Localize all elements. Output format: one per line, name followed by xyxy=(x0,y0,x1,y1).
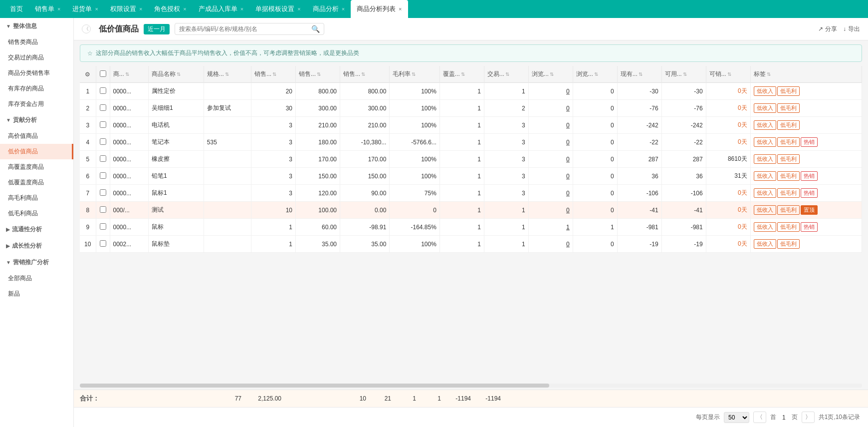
col-available[interactable]: 可用...⇅ xyxy=(661,66,706,83)
close-tab-1[interactable]: × xyxy=(95,6,98,12)
time-filter-btn[interactable]: 近一月 xyxy=(144,24,170,34)
first-page-btn[interactable]: 〈 xyxy=(753,412,766,423)
view1-link[interactable]: 0 xyxy=(566,241,570,248)
cell-checkbox[interactable] xyxy=(96,134,110,151)
nav-home[interactable]: 首页 xyxy=(4,4,29,13)
cell-view1[interactable]: 0 xyxy=(528,83,573,100)
close-tab-6[interactable]: × xyxy=(342,6,345,12)
close-tab-5[interactable]: × xyxy=(297,6,300,12)
view1-link[interactable]: 0 xyxy=(566,88,570,95)
sidebar-item-category-rate[interactable]: 商品分类销售率 xyxy=(0,65,73,81)
share-button[interactable]: ↗ 分享 xyxy=(818,25,837,33)
cell-view1[interactable]: 0 xyxy=(528,236,573,253)
sidebar-item-high-coverage[interactable]: 高覆盖度商品 xyxy=(0,159,73,175)
sidebar-item-all-goods[interactable]: 全部商品 xyxy=(0,271,73,286)
row-checkbox[interactable] xyxy=(100,240,106,247)
col-view1[interactable]: 浏览...⇅ xyxy=(528,66,573,83)
cell-view1[interactable]: 0 xyxy=(528,151,573,168)
sidebar-group-contribution[interactable]: ▼ 贡献分析 xyxy=(0,112,73,128)
nav-tab-5[interactable]: 单据模板设置 × xyxy=(249,0,306,18)
nav-tab-1[interactable]: 进货单 × xyxy=(66,0,104,18)
cell-checkbox[interactable] xyxy=(96,151,110,168)
close-tab-0[interactable]: × xyxy=(57,6,60,12)
row-checkbox[interactable] xyxy=(100,223,106,230)
cell-view1[interactable]: 1 xyxy=(528,219,573,236)
collapse-icon[interactable]: 《 xyxy=(82,24,91,33)
cell-checkbox[interactable] xyxy=(96,236,110,253)
sidebar-item-new-goods[interactable]: 新品 xyxy=(0,286,73,302)
col-coverage[interactable]: 覆盖...⇅ xyxy=(439,66,484,83)
sidebar-item-in-stock[interactable]: 有库存的商品 xyxy=(0,81,73,96)
close-tab-7[interactable]: × xyxy=(399,6,402,12)
nav-tab-7[interactable]: 商品分析列表 × xyxy=(351,0,408,18)
row-checkbox[interactable] xyxy=(100,172,106,179)
col-saleable[interactable]: 可销...⇅ xyxy=(706,66,750,83)
close-tab-3[interactable]: × xyxy=(183,6,186,12)
cell-view1[interactable]: 0 xyxy=(528,134,573,151)
search-input[interactable] xyxy=(179,25,311,32)
col-checkbox[interactable] xyxy=(96,66,110,83)
col-sale-cost[interactable]: 销售...⇅ xyxy=(340,66,389,83)
row-checkbox[interactable] xyxy=(100,121,106,128)
cell-checkbox[interactable] xyxy=(96,168,110,185)
nav-tab-3[interactable]: 角色授权 × xyxy=(148,0,192,18)
table-wrapper[interactable]: ⚙ 商...⇅ 商品名称⇅ 规格...⇅ 销售...⇅ 销售...⇅ 销售...… xyxy=(74,66,868,384)
sidebar-item-low-margin[interactable]: 低毛利商品 xyxy=(0,206,73,221)
cell-checkbox[interactable] xyxy=(96,202,110,219)
col-sale-amt[interactable]: 销售...⇅ xyxy=(296,66,340,83)
row-checkbox[interactable] xyxy=(100,87,106,94)
close-tab-4[interactable]: × xyxy=(240,6,243,12)
col-code[interactable]: 商...⇅ xyxy=(110,66,149,83)
col-tags[interactable]: 标签⇅ xyxy=(750,66,862,83)
col-settings[interactable]: ⚙ xyxy=(80,66,96,83)
search-icon[interactable]: 🔍 xyxy=(311,25,320,33)
nav-tab-0[interactable]: 销售单 × xyxy=(29,0,66,18)
col-sale-qty[interactable]: 销售...⇅ xyxy=(251,66,296,83)
cell-view1[interactable]: 0 xyxy=(528,185,573,202)
sidebar-item-low-value[interactable]: 低价值商品 xyxy=(0,144,73,159)
col-current-stock[interactable]: 现有...⇅ xyxy=(617,66,661,83)
sidebar-item-sales-goods[interactable]: 销售类商品 xyxy=(0,34,73,50)
cell-view1[interactable]: 0 xyxy=(528,202,573,219)
cell-checkbox[interactable] xyxy=(96,117,110,134)
export-button[interactable]: ↓ 导出 xyxy=(843,25,860,33)
view1-link[interactable]: 0 xyxy=(566,156,570,163)
col-view2[interactable]: 浏览...⇅ xyxy=(573,66,617,83)
cell-checkbox[interactable] xyxy=(96,219,110,236)
row-checkbox[interactable] xyxy=(100,189,106,196)
sidebar-item-traded-goods[interactable]: 交易过的商品 xyxy=(0,50,73,65)
sidebar-group-growth[interactable]: ▶ 成长性分析 xyxy=(0,238,73,254)
nav-tab-4[interactable]: 产成品入库单 × xyxy=(193,0,249,18)
row-checkbox[interactable] xyxy=(100,138,106,145)
nav-tab-2[interactable]: 权限设置 × xyxy=(104,0,148,18)
cell-checkbox[interactable] xyxy=(96,185,110,202)
cell-checkbox[interactable] xyxy=(96,100,110,117)
last-page-btn[interactable]: 〉 xyxy=(802,412,815,423)
close-tab-2[interactable]: × xyxy=(139,6,142,12)
scrollbar-track[interactable] xyxy=(80,384,862,388)
col-name[interactable]: 商品名称⇅ xyxy=(149,66,204,83)
view1-link[interactable]: 0 xyxy=(566,207,570,214)
cell-view1[interactable]: 0 xyxy=(528,100,573,117)
view1-link[interactable]: 1 xyxy=(566,224,570,231)
sidebar-item-low-coverage[interactable]: 低覆盖度商品 xyxy=(0,175,73,190)
col-trade[interactable]: 交易...⇅ xyxy=(484,66,528,83)
select-all-checkbox[interactable] xyxy=(100,70,106,77)
cell-view1[interactable]: 0 xyxy=(528,117,573,134)
row-checkbox[interactable] xyxy=(100,155,106,162)
nav-tab-6[interactable]: 商品分析 × xyxy=(307,0,351,18)
sidebar-item-high-margin[interactable]: 高毛利商品 xyxy=(0,190,73,206)
col-gross-rate[interactable]: 毛利率⇅ xyxy=(390,66,439,83)
col-spec[interactable]: 规格...⇅ xyxy=(204,66,251,83)
cell-view1[interactable]: 0 xyxy=(528,168,573,185)
row-checkbox[interactable] xyxy=(100,104,106,111)
view1-link[interactable]: 0 xyxy=(566,105,570,112)
sidebar-item-capital[interactable]: 库存资金占用 xyxy=(0,96,73,112)
sidebar-group-marketing[interactable]: ▼ 营销推广分析 xyxy=(0,254,73,271)
row-checkbox[interactable] xyxy=(100,206,106,213)
sidebar-item-high-value[interactable]: 高价值商品 xyxy=(0,128,73,144)
cell-checkbox[interactable] xyxy=(96,83,110,100)
view1-link[interactable]: 0 xyxy=(566,190,570,197)
sidebar-group-overview[interactable]: ▼ 整体信息 xyxy=(0,18,73,34)
view1-link[interactable]: 0 xyxy=(566,122,570,129)
